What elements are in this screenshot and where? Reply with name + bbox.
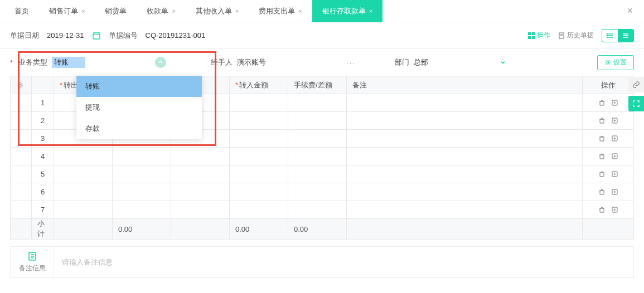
- add-row-icon[interactable]: [611, 170, 618, 178]
- table-row[interactable]: 4: [11, 148, 634, 165]
- dropdown-option-transfer[interactable]: 转账: [76, 76, 202, 97]
- list-view-toggle[interactable]: [602, 30, 618, 42]
- col-settings[interactable]: [11, 76, 32, 94]
- remarks-section: 备注信息: [10, 246, 634, 278]
- grid-icon: [528, 32, 535, 39]
- svg-rect-52: [600, 191, 604, 194]
- add-row-icon[interactable]: [611, 117, 618, 124]
- tab-sales-order[interactable]: 销售订单×: [39, 0, 95, 22]
- close-all-icon[interactable]: ×: [620, 5, 640, 17]
- add-row-icon[interactable]: [611, 99, 618, 106]
- close-icon[interactable]: ×: [298, 8, 302, 14]
- biz-type-field: * 业务类型 转账: [10, 57, 166, 68]
- close-icon[interactable]: ×: [369, 8, 372, 14]
- table-row[interactable]: 5: [11, 165, 634, 183]
- add-row-icon[interactable]: [611, 206, 618, 213]
- history-button[interactable]: 历史单据: [558, 31, 594, 40]
- tab-receipt[interactable]: 收款单×: [137, 0, 185, 22]
- svg-rect-34: [600, 137, 604, 141]
- table-row[interactable]: 6: [11, 183, 634, 201]
- handler-field: 经手人 演示账号 ···: [211, 57, 356, 67]
- svg-point-20: [607, 61, 609, 64]
- gear-icon: [16, 81, 26, 89]
- more-icon[interactable]: ···: [346, 58, 356, 67]
- svg-point-15: [607, 35, 607, 36]
- actions-button[interactable]: 操作: [528, 31, 550, 40]
- tab-bar: 首页 销售订单× 销货单 收款单× 其他收入单× 费用支出单× 银行存取款单× …: [0, 0, 644, 22]
- biz-type-label: 业务类型: [18, 57, 47, 67]
- svg-rect-40: [600, 155, 604, 159]
- delete-icon[interactable]: [598, 117, 606, 124]
- doc-no-label: 单据编号: [109, 31, 138, 41]
- svg-point-16: [607, 37, 607, 37]
- doc-icon: [558, 32, 565, 39]
- tab-shipment[interactable]: 销货单: [95, 0, 137, 22]
- date-value[interactable]: 2019-12-31: [47, 31, 84, 40]
- delete-icon[interactable]: [598, 153, 606, 160]
- tab-other-income[interactable]: 其他收入单×: [186, 0, 249, 22]
- delete-icon[interactable]: [598, 99, 606, 106]
- col-ops: 操作: [583, 76, 634, 94]
- doc-no-value: CQ-20191231-001: [146, 31, 206, 40]
- delete-icon[interactable]: [598, 206, 606, 213]
- svg-rect-7: [532, 36, 535, 39]
- required-mark: *: [10, 58, 13, 67]
- side-tools: [628, 77, 644, 115]
- biz-type-value[interactable]: 转账: [52, 57, 85, 68]
- subtotal-label: 小计: [32, 219, 54, 240]
- chevron-down-icon[interactable]: [500, 59, 506, 66]
- col-index: [32, 76, 54, 94]
- dropdown-option-deposit[interactable]: 存款: [76, 118, 202, 139]
- add-row-icon[interactable]: [611, 135, 618, 142]
- dept-field: 部门 总部: [395, 57, 506, 67]
- gear-icon: [604, 59, 611, 66]
- compact-view-toggle[interactable]: [618, 30, 633, 42]
- date-label: 单据日期: [10, 31, 39, 41]
- svg-rect-58: [600, 208, 604, 212]
- chevron-up-icon[interactable]: [155, 57, 166, 68]
- handler-value[interactable]: 演示账号: [237, 57, 270, 67]
- delete-icon[interactable]: [598, 170, 606, 178]
- close-icon[interactable]: ×: [81, 8, 85, 14]
- col-fee: 手续费/差额: [288, 76, 347, 94]
- tab-expense[interactable]: 费用支出单×: [249, 0, 312, 22]
- view-toggle: [602, 29, 634, 42]
- svg-rect-0: [93, 33, 100, 39]
- close-icon[interactable]: ×: [172, 8, 175, 14]
- remarks-input[interactable]: [54, 247, 633, 277]
- dropdown-option-withdraw[interactable]: 提现: [76, 97, 202, 118]
- col-remark: 备注: [347, 76, 583, 94]
- svg-rect-4: [528, 32, 531, 35]
- table-row[interactable]: 7: [11, 201, 634, 219]
- subtotal-row: 小计 0.00 0.00 0.00: [11, 219, 634, 240]
- dept-value[interactable]: 总部: [414, 57, 447, 67]
- tab-bank-transfer[interactable]: 银行存取款单×: [312, 0, 382, 22]
- filter-bar: * 业务类型 转账 经手人 演示账号 ··· 部门 总部 设置: [0, 49, 644, 76]
- form-bar: 单据日期 2019-12-31 单据编号 CQ-20191231-001 操作 …: [0, 22, 644, 49]
- expand-icon[interactable]: [628, 96, 644, 111]
- svg-rect-22: [600, 101, 604, 105]
- handler-label: 经手人: [211, 57, 233, 67]
- subtotal-out: 0.00: [113, 219, 171, 240]
- note-icon: [27, 251, 37, 261]
- settings-button[interactable]: 设置: [597, 55, 634, 70]
- remarks-tab[interactable]: 备注信息: [11, 247, 54, 277]
- svg-rect-6: [528, 36, 531, 39]
- delete-icon[interactable]: [598, 135, 606, 142]
- subtotal-fee: 0.00: [288, 219, 347, 240]
- svg-rect-28: [600, 119, 604, 123]
- col-in-amt: *转入金额: [230, 76, 288, 94]
- dept-label: 部门: [395, 57, 409, 67]
- svg-rect-46: [600, 173, 604, 177]
- biz-type-dropdown: 转账 提现 存款: [76, 76, 202, 139]
- svg-rect-5: [532, 32, 535, 35]
- svg-point-14: [607, 33, 607, 34]
- add-row-icon[interactable]: [611, 188, 618, 196]
- link-icon[interactable]: [628, 77, 644, 92]
- close-icon[interactable]: ×: [235, 8, 239, 14]
- tab-home[interactable]: 首页: [4, 0, 39, 22]
- svg-point-21: [19, 84, 21, 86]
- calendar-icon[interactable]: [92, 31, 101, 40]
- add-row-icon[interactable]: [611, 153, 618, 160]
- delete-icon[interactable]: [598, 188, 606, 196]
